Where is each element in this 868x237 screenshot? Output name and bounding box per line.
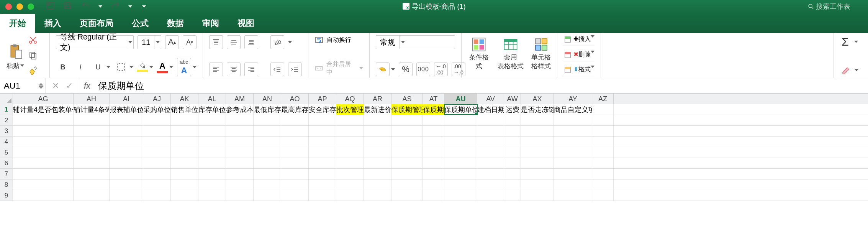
tab-home[interactable]: 开始 — [0, 14, 35, 33]
cell-AO7[interactable] — [281, 169, 309, 179]
redo-dropdown-icon[interactable] — [128, 5, 132, 8]
currency-dropdown-icon[interactable] — [391, 68, 395, 71]
row-header-4[interactable]: 4 — [0, 137, 13, 147]
number-format-select[interactable]: 常规 — [376, 35, 455, 49]
cell-AP1[interactable]: 安全库存 — [309, 104, 336, 115]
cell-AQ1[interactable]: 批次管理 — [336, 104, 364, 115]
border-button[interactable] — [114, 60, 128, 74]
cell-AT5[interactable] — [423, 147, 444, 158]
cell-AP9[interactable] — [309, 190, 336, 201]
align-top-button[interactable] — [209, 35, 223, 49]
cell-AR1[interactable]: 最新进价 — [364, 104, 391, 115]
cell-AG3[interactable] — [13, 126, 74, 136]
column-header-AG[interactable]: AG — [13, 94, 74, 104]
cell-AU2[interactable] — [444, 115, 477, 125]
insert-cells-button[interactable]: ✚插入 — [563, 35, 594, 46]
cell-AX7[interactable] — [521, 169, 554, 179]
merge-dropdown-icon[interactable] — [359, 67, 363, 69]
autosum-button[interactable]: Σ — [840, 35, 850, 48]
cell-AY3[interactable] — [554, 126, 592, 136]
sheet-search[interactable] — [807, 3, 862, 11]
cell-AZ8[interactable] — [592, 179, 614, 190]
column-header-AN[interactable]: AN — [254, 94, 281, 104]
font-size-select[interactable]: 11 — [138, 35, 161, 49]
cell-AN1[interactable]: 最低库存 — [254, 104, 281, 115]
column-header-AU[interactable]: AU — [444, 94, 477, 104]
cell-AQ3[interactable] — [336, 126, 364, 136]
cell-AZ9[interactable] — [592, 190, 614, 201]
spreadsheet-grid[interactable]: AGAHAIAJAKALAMANAOAPAQARASATAUAVAWAXAYAZ… — [0, 94, 868, 201]
cell-AJ4[interactable] — [143, 137, 171, 147]
cell-AY9[interactable] — [554, 190, 592, 201]
cell-AX2[interactable] — [521, 115, 554, 125]
autosum-dropdown-icon[interactable] — [854, 41, 858, 43]
tab-review[interactable]: 审阅 — [193, 14, 228, 33]
cell-AM7[interactable] — [226, 169, 254, 179]
cell-AI9[interactable] — [110, 190, 143, 201]
cell-AS8[interactable] — [391, 179, 423, 190]
cell-AI4[interactable] — [110, 137, 143, 147]
cell-AH6[interactable] — [74, 158, 110, 168]
cell-AW5[interactable] — [504, 147, 521, 158]
cell-AY7[interactable] — [554, 169, 592, 179]
row-header-1[interactable]: 1 — [0, 104, 13, 115]
bold-button[interactable]: B — [56, 60, 70, 74]
undo-dropdown-icon[interactable] — [98, 5, 102, 8]
cell-AG6[interactable] — [13, 158, 74, 168]
delete-cells-button[interactable]: ✖删除 — [563, 51, 594, 61]
font-color-dropdown-icon[interactable] — [169, 66, 173, 68]
cell-AQ6[interactable] — [336, 158, 364, 168]
cell-AM5[interactable] — [226, 147, 254, 158]
cell-AU6[interactable] — [444, 158, 477, 168]
column-header-AY[interactable]: AY — [554, 94, 592, 104]
formula-value[interactable]: 保质期单位 — [95, 80, 144, 92]
cell-AW6[interactable] — [504, 158, 521, 168]
cell-AS7[interactable] — [391, 169, 423, 179]
clear-dropdown-icon[interactable] — [855, 69, 858, 71]
align-center-button[interactable] — [227, 63, 241, 76]
cell-AL8[interactable] — [198, 179, 226, 190]
cell-AO4[interactable] — [281, 137, 309, 147]
cell-AP8[interactable] — [309, 179, 336, 190]
cell-AZ1[interactable] — [592, 104, 614, 115]
cell-AS4[interactable] — [391, 137, 423, 147]
decrease-font-button[interactable]: A▾ — [183, 35, 197, 49]
cell-AP3[interactable] — [309, 126, 336, 136]
phonetic-button[interactable]: abcA — [177, 58, 191, 76]
cell-AK1[interactable]: 销售单位 — [171, 104, 198, 115]
column-header-AZ[interactable]: AZ — [592, 94, 614, 104]
cell-AV1[interactable]: 建档日期 — [477, 104, 504, 115]
cell-AZ7[interactable] — [592, 169, 614, 179]
cell-AJ3[interactable] — [143, 126, 171, 136]
cell-AG2[interactable] — [13, 115, 74, 125]
cell-AV9[interactable] — [477, 190, 504, 201]
cell-AS6[interactable] — [391, 158, 423, 168]
cell-AK5[interactable] — [171, 147, 198, 158]
cell-AI7[interactable] — [110, 169, 143, 179]
search-input[interactable] — [816, 3, 862, 11]
cell-AM3[interactable] — [226, 126, 254, 136]
column-header-AH[interactable]: AH — [74, 94, 110, 104]
cell-AV6[interactable] — [477, 158, 504, 168]
cell-AT4[interactable] — [423, 137, 444, 147]
column-header-AK[interactable]: AK — [171, 94, 198, 104]
cell-AW2[interactable] — [504, 115, 521, 125]
cell-AT6[interactable] — [423, 158, 444, 168]
row-header-6[interactable]: 6 — [0, 158, 13, 168]
cell-AR9[interactable] — [364, 190, 391, 201]
font-color-button[interactable]: A — [157, 61, 168, 73]
cell-AR6[interactable] — [364, 158, 391, 168]
cell-AO3[interactable] — [281, 126, 309, 136]
cell-AP4[interactable] — [309, 137, 336, 147]
cell-AJ2[interactable] — [143, 115, 171, 125]
cell-AN5[interactable] — [254, 147, 281, 158]
cell-AH7[interactable] — [74, 169, 110, 179]
cell-AW8[interactable] — [504, 179, 521, 190]
cell-AM4[interactable] — [226, 137, 254, 147]
cell-AR8[interactable] — [364, 179, 391, 190]
cell-AV5[interactable] — [477, 147, 504, 158]
cell-AN7[interactable] — [254, 169, 281, 179]
column-header-AJ[interactable]: AJ — [143, 94, 171, 104]
cell-AP7[interactable] — [309, 169, 336, 179]
fx-label[interactable]: fx — [79, 81, 95, 91]
